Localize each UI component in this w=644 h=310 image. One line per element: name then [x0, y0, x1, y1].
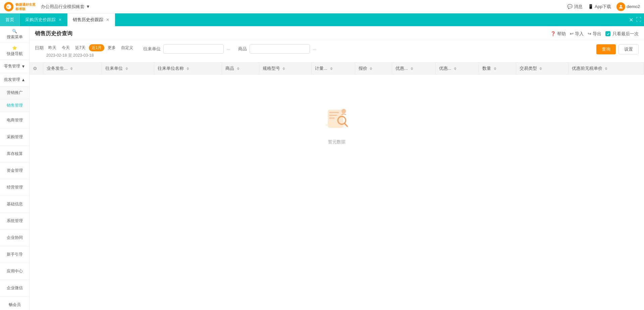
sidebar-wechat-label: 企业微信 [7, 285, 23, 291]
sidebar-item-retail[interactable]: 零售管理 ▼ [0, 60, 29, 73]
date-btn-today[interactable]: 今天 [60, 44, 72, 51]
sidebar-item-purchase-mgmt[interactable]: 采购管理 [0, 129, 29, 146]
tab-expand-action[interactable]: ⛶ [636, 17, 641, 23]
sidebar-item-shortcut[interactable]: ⭐ 快捷导航 [0, 43, 29, 60]
help-btn[interactable]: ❓ 帮助 [550, 31, 566, 37]
goods-filter-input[interactable] [250, 44, 310, 54]
date-btn-last7[interactable]: 近7天 [73, 44, 88, 51]
sidebar-item-sales-mgmt[interactable]: 销售管理 [0, 99, 29, 112]
goods-dots: ··· [313, 47, 316, 52]
date-filter-group: 日期 昨天 今天 近7天 近1月 更多 自定义 2023-02-18 至 202… [35, 44, 135, 58]
import-btn[interactable]: ↩ 导入 [570, 31, 584, 37]
goods-filter-label: 商品 [238, 46, 247, 52]
th-trade-type-label: 交易类型 [520, 66, 537, 71]
settings-button[interactable]: 设置 [619, 44, 639, 54]
sidebar-finance-label: 资金管理 [7, 168, 23, 173]
help-icon: ❓ [550, 31, 556, 36]
th-spec[interactable]: 规格型号 [259, 63, 311, 74]
tab-close-action[interactable]: ✕ [629, 17, 633, 23]
sidebar-item-apps[interactable]: 应用中心 [0, 263, 29, 280]
th-partner-name[interactable]: 往来单位名称 [154, 63, 222, 74]
svg-point-2 [620, 5, 622, 6]
dropdown-icon: ▼ [86, 4, 90, 9]
sort-icon-discount2 [454, 67, 457, 70]
tab-sales[interactable]: 销售历史价跟踪 ✕ [67, 13, 115, 26]
query-button[interactable]: 查询 [596, 44, 616, 54]
th-unit[interactable]: 计量... [312, 63, 355, 74]
user-area[interactable]: demo2 [616, 2, 640, 11]
sidebar-item-basic[interactable]: 基础信息 [0, 196, 29, 213]
sidebar: 🔍 搜索菜单 ⭐ 快捷导航 零售管理 ▼ 批发管理 ▲ 营销推广 销售管理 电商… [0, 26, 30, 310]
star-icon: ⭐ [12, 46, 17, 50]
date-btn-last1month[interactable]: 近1月 [89, 44, 105, 51]
tab-home-label: 首页 [5, 17, 14, 23]
svg-point-10 [341, 109, 346, 113]
tab-bar: 首页 采购历史价跟踪 ✕ 销售历史价跟踪 ✕ ✕ ⛶ [0, 13, 644, 26]
filter-row: 日期 昨天 今天 近7天 近1月 更多 自定义 2023-02-18 至 202… [35, 44, 639, 58]
message-btn[interactable]: 💬 消息 [567, 4, 583, 10]
sidebar-item-member[interactable]: 畅会员 [0, 297, 29, 310]
filter-actions: 查询 设置 [596, 44, 639, 54]
tab-sales-close[interactable]: ✕ [106, 17, 109, 22]
th-discount1-label: 优惠... [395, 66, 408, 71]
th-partner-name-label: 往来单位名称 [158, 66, 184, 71]
sidebar-item-wechat[interactable]: 企业微信 [0, 280, 29, 297]
data-table: ⚙ 业务发生... 往来单位 往来单位名称 [30, 63, 644, 74]
sidebar-item-ecommerce[interactable]: 电商管理 [0, 112, 29, 129]
th-partner-code[interactable]: 往来单位 [102, 63, 154, 74]
th-goods[interactable]: 商品 [222, 63, 259, 74]
partner-dots: ··· [226, 47, 230, 52]
page-title: 销售历史价查询 [35, 30, 72, 37]
sort-icon-spec [282, 67, 285, 70]
sidebar-apps-label: 应用中心 [7, 268, 23, 274]
table-header-row: ⚙ 业务发生... 往来单位 往来单位名称 [30, 63, 644, 74]
th-discount2[interactable]: 优惠... [435, 63, 479, 74]
date-filter-options: 昨天 今天 近7天 近1月 更多 自定义 2023-02-18 至 2023-0… [46, 44, 135, 58]
th-trade-type[interactable]: 交易类型 [516, 63, 568, 74]
sidebar-item-finance[interactable]: 资金管理 [0, 162, 29, 179]
th-bizdate[interactable]: 业务发生... [43, 63, 102, 74]
sidebar-item-operations[interactable]: 经营管理 [0, 179, 29, 196]
sort-icon-partner-code [125, 67, 128, 70]
only-last-checkbox[interactable] [605, 31, 610, 36]
sort-icon-quote [370, 67, 372, 70]
sidebar-enterprise-label: 企业协同 [7, 235, 23, 241]
th-pretax-price[interactable]: 优惠前无税单价 [568, 63, 644, 74]
th-quantity[interactable]: 数量 [479, 63, 516, 74]
sidebar-item-system[interactable]: 系统管理 [0, 213, 29, 229]
tab-purchase-label: 采购历史价跟踪 [25, 17, 56, 23]
chevron-up-icon: ▲ [21, 78, 25, 82]
tab-home[interactable]: 首页 [0, 13, 20, 26]
empty-state-text: 暂元数据 [328, 139, 345, 145]
sidebar-item-enterprise[interactable]: 企业协同 [0, 229, 29, 246]
table-settings-icon[interactable]: ⚙ [33, 66, 37, 71]
sidebar-purchase-mgmt-label: 采购管理 [7, 134, 23, 140]
filter-area: 日期 昨天 今天 近7天 近1月 更多 自定义 2023-02-18 至 202… [30, 40, 644, 63]
goods-filter-group: 商品 ··· [238, 44, 316, 54]
sidebar-inventory-label: 库存核算 [7, 151, 23, 157]
help-label: 帮助 [557, 31, 566, 37]
app-title-dropdown[interactable]: 办公用品行业模拟账套 ▼ [38, 2, 93, 11]
date-btn-more[interactable]: 更多 [106, 44, 118, 51]
sidebar-retail-label: 零售管理 [4, 63, 20, 69]
sidebar-item-search[interactable]: 🔍 搜索菜单 [0, 26, 29, 43]
export-btn[interactable]: ↪ 导出 [588, 31, 601, 37]
th-discount1[interactable]: 优惠... [392, 63, 436, 74]
sort-icon-unit [330, 67, 333, 70]
sidebar-item-inventory[interactable]: 库存核算 [0, 146, 29, 162]
svg-rect-5 [329, 112, 339, 113]
date-btn-yesterday[interactable]: 昨天 [46, 44, 58, 51]
tab-purchase-close[interactable]: ✕ [58, 17, 62, 22]
th-quantity-label: 数量 [482, 66, 491, 71]
sidebar-item-newbie[interactable]: 新手引导 [0, 246, 29, 263]
sidebar-item-marketing[interactable]: 营销推广 [0, 87, 29, 99]
only-last-area[interactable]: 只看最后一次 [605, 31, 639, 37]
export-label: 导出 [593, 31, 601, 37]
tab-purchase[interactable]: 采购历史价跟踪 ✕ [20, 13, 67, 26]
th-quote[interactable]: 报价 [355, 63, 392, 74]
sidebar-item-wholesale[interactable]: 批发管理 ▲ [0, 73, 29, 87]
app-download-btn[interactable]: 📱 App下载 [588, 4, 611, 10]
partner-filter-input[interactable] [163, 44, 224, 54]
date-btn-custom[interactable]: 自定义 [119, 44, 135, 51]
download-icon: 📱 [588, 4, 593, 9]
